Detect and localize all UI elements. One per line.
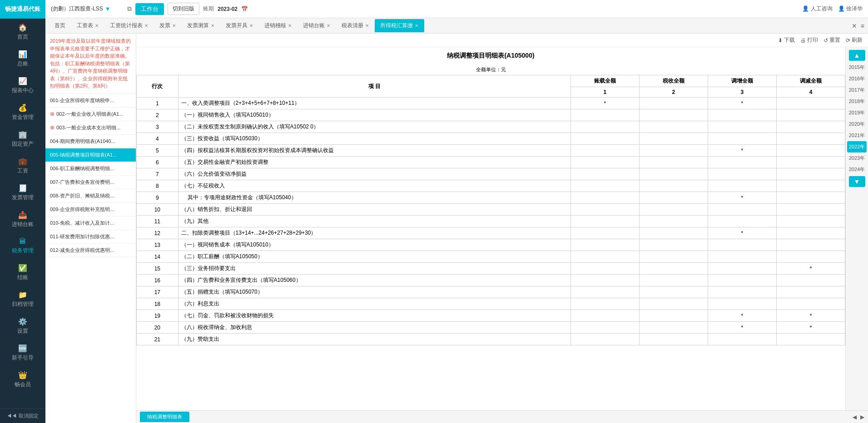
cell-c2[interactable] (639, 263, 708, 275)
cell-c4[interactable] (776, 227, 845, 239)
reset-button[interactable]: ↺ 重置 (823, 36, 840, 44)
tab-close-icon[interactable]: ✕ (365, 23, 369, 28)
tab-close-icon[interactable]: ✕ (415, 23, 418, 28)
tab-item[interactable]: 发票✕ (154, 19, 182, 32)
cell-c3[interactable] (708, 275, 776, 286)
sidebar-item-archive[interactable]: 📁归档管理 (0, 286, 45, 313)
cell-c1[interactable] (570, 204, 639, 216)
tab-close-icon[interactable]: ✕ (249, 23, 253, 28)
year-item[interactable]: 2022年 (847, 141, 867, 152)
sidebar-item-asset-mgmt[interactable]: 💰资金管理 (0, 99, 45, 126)
cell-c4[interactable] (776, 298, 845, 310)
left-menu-item-009[interactable]: 009-企业所得税附补充抵明... (45, 203, 136, 216)
sidebar-item-settings[interactable]: ⚙️设置 (0, 313, 45, 339)
left-menu-item-008[interactable]: 008-资产折旧、摊销及纳税... (45, 189, 136, 203)
sidebar-item-newbie[interactable]: 🆕新手引导 (0, 339, 45, 366)
cell-c2[interactable] (639, 192, 708, 204)
period-value[interactable]: 2023-02 (218, 6, 238, 12)
cell-c1[interactable]: * (570, 98, 639, 109)
company-selector[interactable]: (勿删）江西股查-LSS ▼ (51, 5, 124, 13)
cell-c1[interactable] (570, 192, 639, 204)
cell-c4[interactable] (776, 286, 845, 298)
sidebar-item-report[interactable]: 📈报表中心 (0, 72, 45, 99)
chevron-down-icon[interactable]: ▼ (105, 5, 111, 12)
tab-item[interactable]: 税表清册✕ (336, 19, 375, 32)
cell-c4[interactable] (776, 121, 845, 133)
cell-c3[interactable]: * (708, 322, 776, 334)
cell-c4[interactable] (776, 180, 845, 192)
tab-item[interactable]: 所得税汇算缴✕ (375, 19, 424, 32)
year-item[interactable]: 2023年 (847, 152, 867, 164)
cell-c1[interactable] (570, 298, 639, 310)
cell-c1[interactable] (570, 286, 639, 298)
cell-c4[interactable] (776, 192, 845, 204)
cell-c2[interactable] (639, 133, 708, 145)
tab-close-icon[interactable]: ✕ (211, 23, 214, 28)
cell-c4[interactable] (776, 334, 845, 345)
cell-c2[interactable] (639, 216, 708, 227)
year-item[interactable]: 2015年 (847, 62, 867, 73)
tab-item[interactable]: 首页 (49, 19, 71, 32)
tab-item[interactable]: 工资统计报表✕ (104, 19, 154, 32)
tab-item[interactable]: 发票开具✕ (220, 19, 259, 32)
bottom-tab-active[interactable]: 纳税调整明细表 (140, 412, 189, 422)
cell-c4[interactable] (776, 109, 845, 121)
cell-c3[interactable] (708, 121, 776, 133)
sidebar-item-settle[interactable]: ✅结账 (0, 259, 45, 286)
year-up-button[interactable]: ▲ (849, 50, 865, 61)
cell-c4[interactable]: * (776, 322, 845, 334)
cell-c3[interactable] (708, 298, 776, 310)
sidebar-item-invoice-mgmt[interactable]: 🧾发票管理 (0, 179, 45, 206)
cell-c1[interactable] (570, 109, 639, 121)
tab-close-icon[interactable]: ✕ (327, 23, 330, 28)
cell-c4[interactable] (776, 157, 845, 168)
year-item[interactable]: 2019年 (847, 107, 867, 118)
cell-c2[interactable] (639, 98, 708, 109)
sidebar-item-import-ledger[interactable]: 📥进销台账 (0, 206, 45, 233)
sidebar-item-tax-mgmt[interactable]: 🏛税务管理 (0, 233, 45, 259)
cell-c2[interactable] (639, 204, 708, 216)
cell-c1[interactable] (570, 227, 639, 239)
cell-c4[interactable]: * (776, 263, 845, 275)
cell-c4[interactable] (776, 168, 845, 180)
year-item[interactable]: 2020年 (847, 118, 867, 130)
download-button[interactable]: ⬇ 下载 (778, 36, 795, 44)
sidebar-item-home[interactable]: 🏠首页 (0, 19, 45, 45)
cell-c1[interactable] (570, 322, 639, 334)
cell-c1[interactable] (570, 180, 639, 192)
left-menu-item-004[interactable]: 004-期间费用明细表(A1040... (45, 135, 136, 148)
avatar[interactable]: 👤 徐泽华 (838, 5, 863, 13)
sidebar-item-ledger[interactable]: 📊总账 (0, 45, 45, 72)
oldview-button[interactable]: 切到旧版 (168, 3, 199, 15)
cell-c3[interactable] (708, 180, 776, 192)
cell-c4[interactable] (776, 251, 845, 263)
left-menu-item-006[interactable]: 006-职工薪酬纳税调整明细... (45, 162, 136, 176)
cell-c3[interactable] (708, 286, 776, 298)
sidebar-item-fixed-asset[interactable]: 🏢固定资产 (0, 126, 45, 152)
scroll-right-icon[interactable]: ▶ (860, 414, 864, 420)
tab-close-icon[interactable]: ✕ (95, 23, 99, 28)
cell-c4[interactable] (776, 239, 845, 251)
cell-c3[interactable]: * (708, 98, 776, 109)
cell-c4[interactable] (776, 98, 845, 109)
cell-c4[interactable]: * (776, 310, 845, 322)
tab-item[interactable]: 进销稽核✕ (259, 19, 298, 32)
cell-c1[interactable] (570, 157, 639, 168)
left-menu-item-007[interactable]: 007-广告费和业务宣传费明... (45, 176, 136, 189)
left-menu-item-005[interactable]: 005-纳税调整项目明细表(A1... (45, 148, 136, 162)
tab-close-icon[interactable]: ✕ (288, 23, 292, 28)
cell-c1[interactable] (570, 310, 639, 322)
calendar-icon[interactable]: 📅 (241, 6, 248, 12)
left-menu-item-011[interactable]: 011-研发费用加计扣除优惠... (45, 230, 136, 244)
year-item[interactable]: 2017年 (847, 84, 867, 96)
cell-c2[interactable] (639, 275, 708, 286)
cell-c2[interactable] (639, 251, 708, 263)
cell-c4[interactable] (776, 216, 845, 227)
cell-c2[interactable] (639, 168, 708, 180)
copy-icon[interactable]: ⧉ (127, 5, 132, 13)
cell-c1[interactable] (570, 216, 639, 227)
cell-c3[interactable] (708, 109, 776, 121)
left-menu-item-001[interactable]: 001-企业所得税年度纳税申... (45, 94, 136, 108)
refresh-button[interactable]: ⟳ 刷新 (846, 36, 863, 44)
tab-item[interactable]: 进销台账✕ (298, 19, 336, 32)
